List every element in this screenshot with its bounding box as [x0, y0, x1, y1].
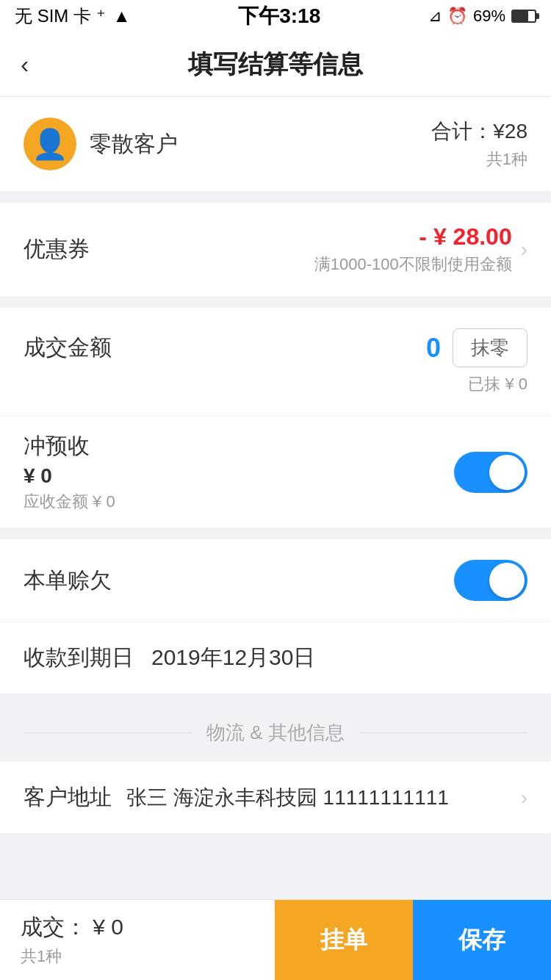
alarm-icon: ⏰: [447, 7, 467, 26]
customer-count: 共1种: [431, 148, 527, 170]
prepaid-sub: 应收金额 ¥ 0: [24, 491, 115, 513]
logistics-separator: 物流 & 其他信息: [0, 705, 551, 760]
amount-value: 0: [426, 333, 441, 364]
amount-row: 成交金额 0 抹零: [0, 308, 551, 373]
bottom-info: 成交： ¥ 0 共1种: [0, 900, 275, 980]
prepaid-right: [454, 452, 527, 493]
avatar: 👤: [24, 118, 76, 170]
nav-bar: ‹ 填写结算等信息: [0, 32, 551, 97]
customer-right: 合计：¥28 共1种: [431, 118, 527, 170]
save-button[interactable]: 保存: [413, 900, 551, 980]
divider-4: [0, 693, 551, 705]
prepaid-left: 冲预收 ¥ 0 应收金额 ¥ 0: [24, 431, 115, 513]
status-time: 下午3:18: [238, 2, 320, 30]
divider-3: [0, 527, 551, 539]
due-row: 收款到期日 2019年12月30日: [0, 622, 551, 693]
battery-icon: [511, 10, 536, 23]
address-label: 客户地址: [24, 782, 112, 813]
chevron-right-icon: ›: [521, 238, 527, 262]
bottom-transaction-label: 成交：: [21, 915, 87, 939]
prepaid-row: 冲预收 ¥ 0 应收金额 ¥ 0: [0, 416, 551, 527]
back-button[interactable]: ‹: [21, 50, 29, 79]
debt-row: 本单赊欠: [0, 539, 551, 622]
debt-section: 本单赊欠 收款到期日 2019年12月30日: [0, 539, 551, 693]
due-label: 收款到期日: [24, 643, 134, 673]
address-value: 张三 海淀永丰科技园 11111111111: [126, 784, 521, 812]
bottom-bar: 成交： ¥ 0 共1种 挂单 保存: [0, 899, 551, 980]
divider-2: [0, 296, 551, 308]
coupon-desc: 满1000-100不限制使用金额: [314, 253, 512, 275]
bottom-count: 共1种: [21, 945, 254, 968]
address-row[interactable]: 客户地址 张三 海淀永丰科技园 11111111111 ›: [0, 762, 551, 833]
sim-label: 无 SIM 卡 ⁺: [15, 4, 106, 28]
customer-left: 👤 零散客户: [24, 118, 178, 170]
status-left: 无 SIM 卡 ⁺ ▲: [15, 4, 130, 28]
debt-right: [454, 560, 527, 601]
coupon-section: 优惠券 - ¥ 28.00 满1000-100不限制使用金额 ›: [0, 203, 551, 296]
toggle-knob: [489, 455, 525, 490]
prepaid-amount: ¥ 0: [24, 464, 52, 488]
divider-1: [0, 191, 551, 203]
customer-total: 合计：¥28: [431, 118, 527, 145]
amount-sub: 已抹 ¥ 0: [0, 373, 551, 416]
coupon-discount: - ¥ 28.00: [314, 223, 512, 251]
prepaid-toggle[interactable]: [454, 452, 527, 493]
customer-section: 👤 零散客户 合计：¥28 共1种: [0, 97, 551, 191]
nav-title: 填写结算等信息: [188, 48, 363, 82]
round-zero-button[interactable]: 抹零: [453, 328, 527, 367]
customer-name: 零散客户: [90, 129, 178, 159]
prepaid-label: 冲预收: [24, 431, 115, 461]
transaction-section: 成交金额 0 抹零 已抹 ¥ 0 冲预收 ¥ 0 应收金额 ¥ 0: [0, 308, 551, 527]
bottom-amount: 成交： ¥ 0: [21, 912, 254, 943]
toggle-knob-2: [489, 563, 525, 598]
location-icon: ⊿: [428, 7, 442, 26]
bottom-transaction-amount: ¥ 0: [93, 915, 123, 939]
content: 👤 零散客户 合计：¥28 共1种 优惠券 - ¥ 28.00 满1000-10…: [0, 97, 551, 921]
status-bar: 无 SIM 卡 ⁺ ▲ 下午3:18 ⊿ ⏰ 69%: [0, 0, 551, 32]
coupon-label: 优惠券: [24, 234, 90, 264]
logistics-label: 物流 & 其他信息: [206, 720, 345, 746]
avatar-icon: 👤: [32, 127, 68, 162]
battery-label: 69%: [473, 7, 505, 26]
coupon-row[interactable]: 优惠券 - ¥ 28.00 满1000-100不限制使用金额 ›: [0, 203, 551, 296]
coupon-right: - ¥ 28.00 满1000-100不限制使用金额 ›: [314, 223, 527, 275]
suspend-button[interactable]: 挂单: [275, 900, 413, 980]
debt-toggle[interactable]: [454, 560, 527, 601]
status-right: ⊿ ⏰ 69%: [428, 7, 536, 26]
address-chevron-icon: ›: [521, 786, 527, 810]
amount-right: 0 抹零: [426, 328, 527, 367]
due-value: 2019年12月30日: [151, 643, 315, 673]
debt-label: 本单赊欠: [24, 566, 112, 596]
coupon-value-wrap: - ¥ 28.00 满1000-100不限制使用金额: [314, 223, 512, 275]
wifi-icon: ▲: [113, 6, 131, 26]
amount-label: 成交金额: [24, 333, 112, 363]
